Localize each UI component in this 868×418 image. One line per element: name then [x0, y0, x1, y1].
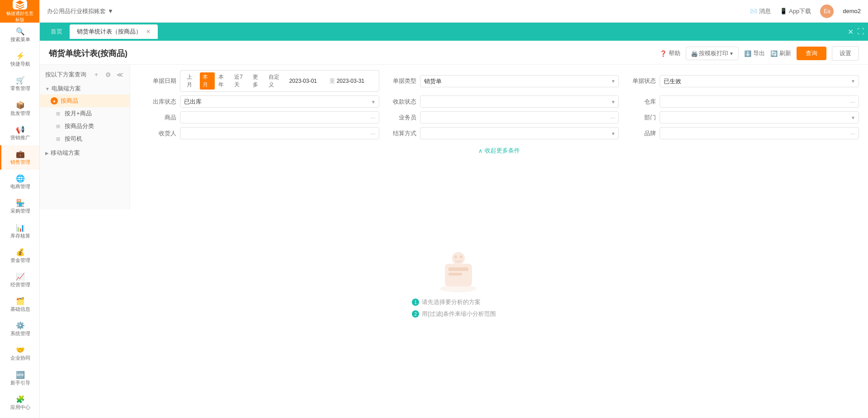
- date-range-wrap: 上月 本月 本年 近7天 更多 自定义 至: [180, 70, 379, 92]
- wholesale-icon: 📦: [16, 101, 25, 109]
- help-btn[interactable]: ❓ 帮助: [660, 49, 680, 57]
- date-to-input[interactable]: [337, 78, 375, 84]
- page-title: 销货单统计表(按商品): [49, 48, 127, 59]
- logo-icon: [13, 0, 27, 10]
- message-btn[interactable]: ✉️ 消息: [750, 7, 771, 15]
- app-download-btn[interactable]: 📱 App下载: [780, 7, 811, 15]
- scheme-label-category: 按商品分类: [65, 122, 94, 130]
- scheme-icon-driver: ⊞: [56, 136, 60, 142]
- filter-label-bill-status: 单据状态: [619, 77, 660, 85]
- dept-select[interactable]: [660, 111, 859, 124]
- scheme-item-by-driver[interactable]: ⊞ 按司机: [40, 133, 130, 145]
- refresh-btn[interactable]: 🔄 刷新: [770, 49, 791, 57]
- sidebar-item-guide[interactable]: 🆕 新手引导: [0, 366, 39, 390]
- out-status-select[interactable]: 已出库: [180, 95, 379, 108]
- collapse-btn[interactable]: ∧ 收起更多条件: [478, 147, 520, 155]
- sidebar-item-purchase[interactable]: 🏪 采购管理: [0, 194, 39, 218]
- sidebar-label-sales: 销售管理: [10, 159, 30, 165]
- scheme-item-by-category[interactable]: ⊞ 按商品分类: [40, 120, 130, 133]
- filter-label-out-status: 出库状态: [139, 98, 180, 106]
- filter-label-salesperson: 业务员: [379, 114, 420, 122]
- date-tab-custom[interactable]: 自定义: [266, 72, 286, 90]
- settings-btn[interactable]: 设置: [832, 46, 859, 61]
- tab-home[interactable]: 首页: [43, 24, 70, 39]
- help-label: 帮助: [669, 49, 680, 57]
- sidebar-item-appcenter[interactable]: 🧩 应用中心: [0, 390, 39, 415]
- filter-label-payment: 结算方式: [379, 129, 420, 138]
- scheme-item-by-month-product[interactable]: ⊞ 按月+商品: [40, 107, 130, 120]
- basic-icon: 🗂️: [16, 297, 25, 305]
- filter-row2: 出库状态 已出库 ▼ 收款状态: [139, 95, 859, 108]
- logo-subtitle: 标版: [15, 17, 24, 23]
- filter-cell-dept: 部门 ▼: [619, 111, 859, 124]
- brand-input[interactable]: [660, 127, 859, 139]
- sidebar-item-basic[interactable]: 🗂️ 基础信息: [0, 292, 39, 317]
- bill-status-select[interactable]: 已生效: [660, 75, 859, 87]
- date-from-input[interactable]: [289, 78, 328, 84]
- payment-select[interactable]: [420, 127, 619, 139]
- page-actions: ❓ 帮助 🖨️ 按模板打印 ▼ ⬇️ 导出 🔄 刷新 查询 设置: [660, 46, 859, 61]
- sidebar-item-retail[interactable]: 🛒 零售管理: [0, 71, 39, 96]
- scheme-add-btn[interactable]: ＋: [92, 70, 101, 79]
- warehouse-input[interactable]: [660, 95, 859, 108]
- sidebar-item-wholesale[interactable]: 📦 批发管理: [0, 96, 39, 121]
- scheme-collapse-btn[interactable]: ≪: [115, 70, 124, 79]
- sidebar-label-ops: 经营管理: [10, 282, 30, 288]
- date-tab-this-year[interactable]: 本年: [216, 72, 231, 90]
- receipt-status-select[interactable]: [420, 95, 619, 108]
- sidebar-item-marketing[interactable]: 📢 营销推广: [0, 121, 39, 145]
- workspace-selector[interactable]: 办公用品行业模拟账套 ▼: [47, 7, 113, 15]
- query-btn[interactable]: 查询: [797, 47, 826, 60]
- warehouse-wrap: ···: [660, 95, 859, 108]
- sidebar-item-quicknav[interactable]: ⚡ 快捷导航: [0, 47, 39, 71]
- sidebar-label-basic: 基础信息: [10, 306, 30, 312]
- filter-label-receiver: 收货人: [139, 129, 180, 138]
- scheme-item-by-product[interactable]: ● 按商品: [40, 95, 130, 107]
- export-btn[interactable]: ⬇️ 导出: [744, 49, 765, 57]
- sidebar-item-sales[interactable]: 💼 销售管理: [0, 145, 39, 170]
- product-input[interactable]: [180, 111, 379, 124]
- print-btn[interactable]: 🖨️ 按模板打印 ▼: [686, 47, 739, 60]
- sidebar-label-marketing: 营销推广: [10, 135, 30, 141]
- logo-text: 畅捷通好生意: [6, 10, 33, 17]
- refresh-label: 刷新: [779, 49, 791, 57]
- date-tab-last-month[interactable]: 上月: [184, 72, 199, 90]
- filter-row3: 商品 ··· 业务员 ··· 部门: [139, 111, 859, 124]
- retail-icon: 🛒: [16, 76, 25, 85]
- sidebar-label-ecommerce: 电商管理: [10, 184, 30, 190]
- filter-cell-brand: 品牌 ···: [619, 127, 859, 139]
- sidebar-item-inventory[interactable]: 📊 库存核算: [0, 219, 39, 243]
- date-tab-more[interactable]: 更多: [250, 72, 265, 90]
- workspace-name: 办公用品行业模拟账套: [47, 7, 106, 15]
- date-range[interactable]: 上月 本月 本年 近7天 更多 自定义 至: [180, 70, 379, 92]
- tab-close-icon[interactable]: ✕: [146, 28, 151, 35]
- salesperson-input[interactable]: [420, 111, 619, 124]
- empty-tip-2: 2 用[过滤]条件来缩小分析范围: [412, 310, 495, 318]
- bill-type-select[interactable]: 销货单: [420, 75, 619, 87]
- scheme-label-driver: 按司机: [65, 135, 82, 143]
- sidebar-item-finance[interactable]: 💰 资金管理: [0, 243, 39, 268]
- sidebar-item-system[interactable]: ⚙️ 系统管理: [0, 317, 39, 341]
- sidebar-item-ecommerce[interactable]: 🌐 电商管理: [0, 170, 39, 194]
- sidebar-label-purchase: 采购管理: [10, 208, 30, 214]
- sidebar-item-corp[interactable]: 🤝 企业协同: [0, 341, 39, 366]
- sidebar-item-wechat[interactable]: 💬 企业微信: [0, 415, 39, 418]
- filter-label-bill-type: 单据类型: [379, 77, 420, 85]
- svg-point-4: [452, 252, 465, 265]
- receiver-input[interactable]: [180, 127, 379, 139]
- finance-icon: 💰: [16, 248, 25, 256]
- date-sep: 至: [330, 77, 335, 85]
- tab-report[interactable]: 销货单统计表（按商品） ✕: [70, 24, 158, 39]
- tab-maximize-btn[interactable]: ⛶: [857, 28, 864, 36]
- scheme-settings-btn[interactable]: ⚙: [104, 70, 113, 79]
- date-tab-7days[interactable]: 近7天: [231, 72, 249, 90]
- print-label: 按模板打印: [699, 49, 728, 57]
- date-tab-this-month[interactable]: 本月: [200, 72, 215, 90]
- sidebar-item-ops[interactable]: 📈 经营管理: [0, 268, 39, 292]
- svg-rect-2: [448, 267, 468, 271]
- scheme-group-pc-header[interactable]: ▼ 电脑端方案: [40, 83, 130, 95]
- tab-close-btn[interactable]: ✕: [848, 28, 854, 36]
- sidebar-label-appcenter: 应用中心: [10, 404, 30, 410]
- scheme-group-mobile-header[interactable]: ▶ 移动端方案: [40, 147, 130, 159]
- sidebar-item-search[interactable]: 🔍 搜索菜单: [0, 23, 39, 47]
